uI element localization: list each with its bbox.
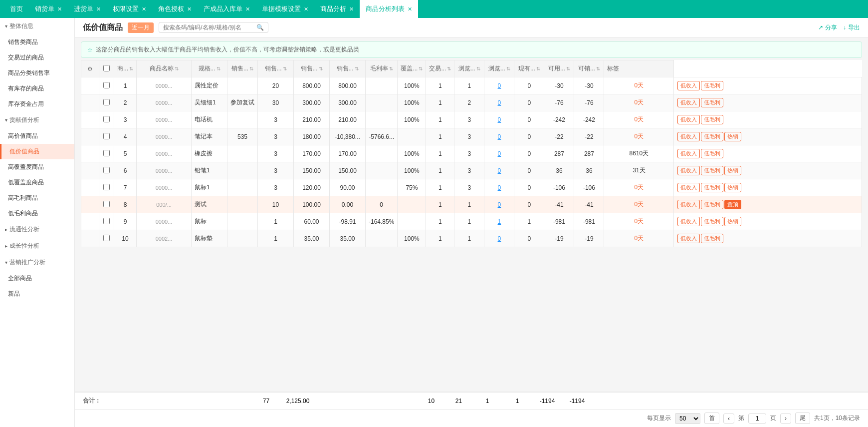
row-checkbox[interactable] <box>103 116 110 122</box>
cell-check[interactable] <box>99 213 114 230</box>
sidebar-item-stock-capital[interactable]: 库存资金占用 <box>0 96 74 112</box>
cell-check[interactable] <box>99 179 114 196</box>
sidebar-item-low-margin[interactable]: 低毛利商品 <box>0 206 74 221</box>
table-row: 5 0000... 橡皮擦 3 170.00 170.00 100% 1 3 0… <box>81 145 862 162</box>
sidebar-item-low-coverage[interactable]: 低覆盖度商品 <box>0 175 74 190</box>
row-checkbox[interactable] <box>103 235 110 241</box>
nav-permission[interactable]: 权限设置 ✕ <box>107 0 152 18</box>
sidebar-section-contribution[interactable]: ▾ 贡献值分析 <box>0 112 74 128</box>
search-icon[interactable]: 🔍 <box>256 24 264 31</box>
nav-product-analysis[interactable]: 商品分析 ✕ <box>314 0 360 18</box>
nav-template[interactable]: 单据模板设置 ✕ <box>256 0 314 18</box>
sidebar-item-all-goods[interactable]: 全部商品 <box>0 271 74 286</box>
export-button[interactable]: ↓ 导出 <box>843 23 860 32</box>
sidebar-item-category-rate[interactable]: 商品分类销售率 <box>0 65 74 81</box>
th-settings[interactable]: ⚙ <box>81 60 99 77</box>
sidebar-section-growth[interactable]: ▸ 成长性分析 <box>0 238 74 254</box>
row-checkbox[interactable] <box>103 99 110 105</box>
nav-purchase-close[interactable]: ✕ <box>96 6 101 12</box>
nav-sales[interactable]: 销货单 ✕ <box>29 0 68 18</box>
cell-browse1[interactable]: 0 <box>484 94 514 111</box>
th-browse1[interactable]: 浏览...⇅ <box>454 60 484 77</box>
cell-check[interactable] <box>99 196 114 213</box>
cell-browse1[interactable]: 0 <box>484 179 514 196</box>
filter-button[interactable]: 近一月 <box>128 22 154 33</box>
first-page-button[interactable]: 首 <box>704 413 719 424</box>
cell-browse1[interactable]: 0 <box>484 196 514 213</box>
th-num[interactable]: 商...⇅ <box>114 60 137 77</box>
th-name[interactable]: 商品名称⇅ <box>137 60 192 77</box>
cell-browse1[interactable]: 0 <box>484 77 514 94</box>
nav-template-close[interactable]: ✕ <box>304 6 308 12</box>
cell-check[interactable] <box>99 111 114 128</box>
nav-analysis-list-close[interactable]: ✕ <box>408 6 412 12</box>
last-page-button[interactable]: 尾 <box>795 413 810 424</box>
cell-check[interactable] <box>99 128 114 145</box>
nav-purchase[interactable]: 进货单 ✕ <box>68 0 107 18</box>
nav-permission-close[interactable]: ✕ <box>142 6 146 12</box>
th-margin[interactable]: 毛利率⇅ <box>366 60 398 77</box>
th-cover[interactable]: 覆盖...⇅ <box>398 60 426 77</box>
table-container[interactable]: ⚙ 商...⇅ 商品名称⇅ 规格...⇅ 销售...⇅ 销售...⇅ 销售...… <box>81 60 862 392</box>
cell-browse1[interactable]: 0 <box>484 145 514 162</box>
nav-product-inbound[interactable]: 产成品入库单 ✕ <box>198 0 256 18</box>
next-page-button[interactable]: › <box>780 414 791 424</box>
search-input[interactable] <box>163 24 254 31</box>
th-trade[interactable]: 交易...⇅ <box>426 60 454 77</box>
cell-check[interactable] <box>99 94 114 111</box>
row-checkbox[interactable] <box>103 133 110 139</box>
current-page-input[interactable]: 1 <box>748 414 766 424</box>
row-checkbox[interactable] <box>103 184 110 190</box>
th-sales2[interactable]: 销售...⇅ <box>294 60 330 77</box>
sidebar-item-high-value[interactable]: 高价值商品 <box>0 128 74 144</box>
footer-browse1: 1 <box>472 398 502 405</box>
cell-check[interactable] <box>99 162 114 179</box>
th-sellable[interactable]: 可销...⇅ <box>574 60 604 77</box>
row-checkbox[interactable] <box>103 82 110 88</box>
cell-browse1[interactable]: 1 <box>484 213 514 230</box>
nav-product-inbound-close[interactable]: ✕ <box>245 6 250 12</box>
th-check[interactable] <box>99 60 114 77</box>
row-checkbox[interactable] <box>103 218 110 224</box>
th-sales3[interactable]: 销售...⇅ <box>330 60 366 77</box>
share-button[interactable]: ↗ 分享 <box>818 23 837 32</box>
th-sales-qty[interactable]: 销售...⇅ <box>227 60 258 77</box>
per-page-select[interactable]: 50 100 200 <box>675 413 700 424</box>
th-stock1[interactable]: 现有...⇅ <box>514 60 544 77</box>
sort-icon-name: ⇅ <box>175 66 179 71</box>
cell-avail: -242 <box>574 111 604 128</box>
row-checkbox[interactable] <box>103 201 110 207</box>
select-all-checkbox[interactable] <box>103 65 110 71</box>
nav-role[interactable]: 角色授权 ✕ <box>152 0 198 18</box>
sidebar-section-circulation[interactable]: ▸ 流通性分析 <box>0 221 74 238</box>
nav-role-close[interactable]: ✕ <box>187 6 192 12</box>
nav-home[interactable]: 首页 <box>4 0 29 18</box>
nav-product-analysis-list[interactable]: 商品分析列表 ✕ <box>360 0 418 18</box>
nav-analysis-close[interactable]: ✕ <box>349 6 354 12</box>
cell-browse1[interactable]: 0 <box>484 230 514 247</box>
th-spec[interactable]: 规格...⇅ <box>192 60 227 77</box>
sidebar-item-stocked-goods[interactable]: 有库存的商品 <box>0 81 74 96</box>
prev-page-button[interactable]: ‹ <box>723 414 734 424</box>
sidebar-item-high-margin[interactable]: 高毛利商品 <box>0 190 74 206</box>
sidebar-item-sales-goods[interactable]: 销售类商品 <box>0 34 74 50</box>
nav-sales-close[interactable]: ✕ <box>57 6 62 12</box>
cell-browse1[interactable]: 0 <box>484 162 514 179</box>
sidebar-item-traded-goods[interactable]: 交易过的商品 <box>0 50 74 65</box>
tag-低毛利: 低毛利 <box>701 234 723 243</box>
row-checkbox[interactable] <box>103 167 110 173</box>
row-checkbox[interactable] <box>103 150 110 156</box>
sidebar-item-low-value[interactable]: 低价值商品 <box>0 144 74 159</box>
cell-check[interactable] <box>99 145 114 162</box>
sidebar-section-overall[interactable]: ▾ 整体信息 <box>0 18 74 34</box>
cell-check[interactable] <box>99 230 114 247</box>
cell-check[interactable] <box>99 77 114 94</box>
sidebar-item-high-coverage[interactable]: 高覆盖度商品 <box>0 159 74 175</box>
th-browse2[interactable]: 浏览...⇅ <box>484 60 514 77</box>
cell-browse1[interactable]: 0 <box>484 111 514 128</box>
sidebar-section-marketing[interactable]: ▾ 营销推广分析 <box>0 254 74 271</box>
sidebar-item-new-goods[interactable]: 新品 <box>0 286 74 302</box>
th-avail[interactable]: 可用...⇅ <box>544 60 574 77</box>
th-sales-amt[interactable]: 销售...⇅ <box>258 60 294 77</box>
cell-browse1[interactable]: 0 <box>484 128 514 145</box>
